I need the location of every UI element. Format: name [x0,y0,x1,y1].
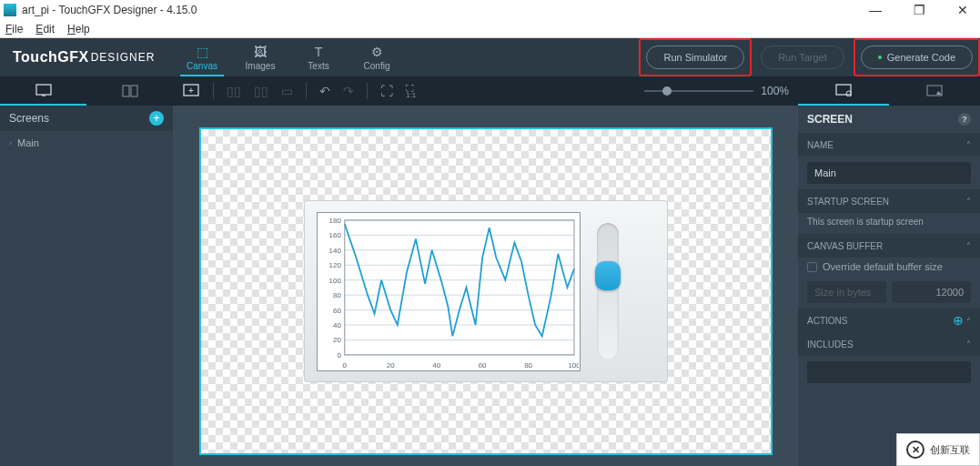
svg-marker-9 [936,91,942,95]
undo-button[interactable]: ↶ [319,84,330,98]
svg-rect-0 [36,85,51,95]
buffer-size-input [807,281,886,303]
mode-texts[interactable]: T Texts [289,38,348,76]
containers-icon [122,85,138,97]
watermark-logo-icon: ✕ [906,441,924,459]
canvas-area[interactable]: 020406080100120140160180020406080100 [173,106,798,466]
run-simulator-button[interactable]: Run Simulator [646,46,744,69]
chevron-right-icon: › [9,138,12,147]
svg-rect-3 [131,86,137,96]
svg-text:40: 40 [432,360,440,369]
svg-text:80: 80 [332,291,340,299]
zoom-slider[interactable] [644,90,753,92]
maximize-button[interactable]: ❐ [905,3,933,17]
chevron-up-icon: ˄ [966,241,971,251]
run-simulator-highlight: Run Simulator [639,38,752,76]
texts-icon: T [315,45,323,59]
line-chart: 020406080100120140160180020406080100 [317,212,581,371]
close-button[interactable]: ✕ [949,3,976,17]
mode-images[interactable]: 🖼 Images [231,38,289,76]
main-area: Screens + › Main 02040608010012014016018… [0,106,980,466]
add-screen-button[interactable]: + [182,83,200,100]
minimize-button[interactable]: — [862,3,889,17]
name-input[interactable] [807,162,971,184]
titlebar: art_pi - TouchGFX Designer - 4.15.0 — ❐ … [0,0,980,20]
bring-front-button[interactable]: ▯▯ [254,84,268,98]
checkbox-icon [807,262,817,272]
tree-item-main[interactable]: › Main [0,131,173,155]
svg-text:+: + [188,86,194,96]
screens-icon [35,84,52,96]
window-title: art_pi - TouchGFX Designer - 4.15.0 [22,4,862,16]
config-icon: ⚙ [371,45,383,59]
svg-rect-6 [836,85,851,95]
status-dot-icon [878,56,882,59]
override-checkbox[interactable]: Override default buffer size [798,258,980,276]
top-ribbon: TouchGFXDESIGNER ⬚ Canvas 🖼 Images T Tex… [0,38,980,76]
svg-text:80: 80 [524,360,532,369]
redo-button[interactable]: ↷ [343,84,354,98]
right-tab-interactions[interactable] [889,76,980,106]
app-icon [4,4,16,16]
vertical-slider[interactable] [597,223,619,360]
artboard[interactable]: 020406080100120140160180020406080100 [201,129,771,453]
section-includes[interactable]: INCLUDES˄ [798,332,980,356]
help-icon[interactable]: ? [958,113,971,126]
svg-text:20: 20 [386,360,394,369]
svg-text:180: 180 [328,216,341,224]
add-action-button[interactable]: ⊕ [953,313,964,328]
generate-code-highlight: Generate Code [854,38,980,76]
section-screen: SCREEN ? [798,106,980,133]
svg-text:20: 20 [332,336,340,344]
mode-config[interactable]: ⚙ Config [348,38,406,76]
startup-note: This screen is startup screen [798,213,980,234]
images-icon: 🖼 [254,45,267,59]
svg-text:0: 0 [337,350,341,359]
menu-edit[interactable]: Edit [35,23,55,35]
svg-rect-2 [123,86,129,96]
buffer-size-value [892,281,971,303]
svg-text:120: 120 [328,261,341,269]
chevron-up-icon: ˄ [966,339,971,350]
left-panel: Screens + › Main [0,106,173,466]
inspector-panel: SCREEN ? NAME˄ STARTUP SCREEN˄ This scre… [798,106,980,466]
run-target-button[interactable]: Run Target [761,46,844,69]
section-canvas-buffer[interactable]: CANVAS BUFFER˄ [798,234,980,258]
mode-canvas[interactable]: ⬚ Canvas [173,38,231,76]
toolbar: + ▯▯ ▯▯ ▭ ↶ ↷ ⛶ ⛶1:1 100% [0,76,980,106]
right-tab-screen[interactable] [798,76,889,106]
svg-text:160: 160 [328,231,341,239]
section-startup[interactable]: STARTUP SCREEN˄ [798,189,980,213]
menu-help[interactable]: Help [67,23,90,35]
svg-text:60: 60 [478,360,486,369]
section-name[interactable]: NAME˄ [798,133,980,157]
chevron-up-icon: ˄ [966,317,971,327]
left-tab-screens[interactable] [0,76,86,106]
menu-file[interactable]: File [5,23,23,35]
slider-knob[interactable] [595,261,621,290]
device-button[interactable]: ▭ [281,84,293,98]
svg-text:100: 100 [328,276,341,284]
generate-code-button[interactable]: Generate Code [861,46,973,69]
chevron-up-icon: ˄ [966,140,971,150]
screens-header: Screens + [0,106,173,131]
add-screen-plus-button[interactable]: + [149,111,164,126]
run-target-wrap: Run Target [752,38,854,76]
svg-text:60: 60 [332,306,340,314]
zoom-value: 100% [761,85,789,97]
fit-button[interactable]: ⛶ [380,84,393,98]
interactions-icon [926,85,943,97]
section-actions[interactable]: ACTIONS ⊕ ˄ [798,309,980,332]
chart-widget[interactable]: 020406080100120140160180020406080100 [304,200,668,382]
watermark: ✕ 创新互联 [896,433,980,466]
svg-text:0: 0 [342,360,347,369]
svg-text:140: 140 [328,246,341,254]
includes-input[interactable] [807,361,971,383]
screens-label: Screens [9,112,49,125]
chevron-up-icon: ˄ [966,197,971,207]
send-back-button[interactable]: ▯▯ [227,84,241,98]
brand-logo: TouchGFXDESIGNER [0,38,173,76]
zoom-reset-button[interactable]: ⛶1:1 [406,84,416,98]
svg-text:100: 100 [568,360,580,369]
left-tab-containers[interactable] [86,76,173,106]
